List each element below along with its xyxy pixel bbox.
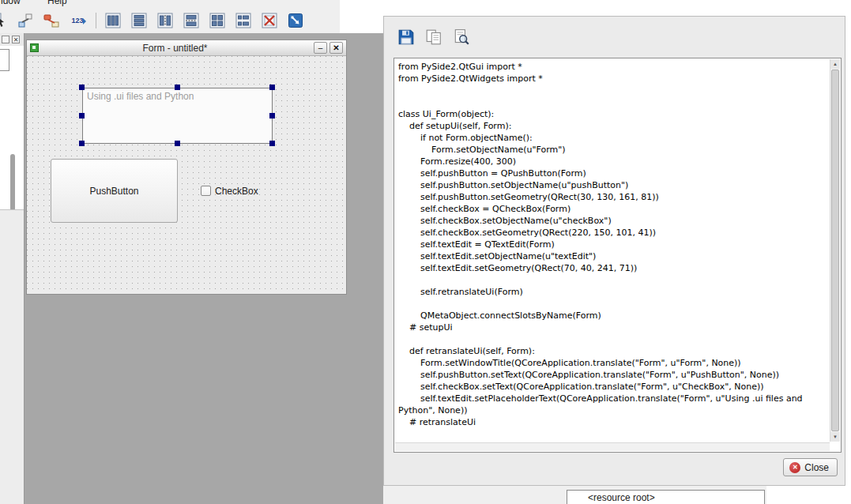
scroll-thumb[interactable] [831, 70, 839, 431]
layout-vertical-icon [130, 12, 148, 29]
menu-item-window[interactable]: Window [0, 0, 21, 6]
bottom-panel-fragment: <resource root> [383, 486, 851, 504]
textedit-widget[interactable]: Using .ui files and Python [82, 88, 273, 144]
form-minimize-button[interactable]: – [314, 42, 327, 54]
widget-filter-input[interactable] [0, 49, 9, 71]
pushbutton-widget[interactable]: PushButton [51, 159, 178, 223]
buddy-icon [43, 12, 60, 29]
resource-root-item[interactable]: <resource root> [588, 492, 655, 503]
widget-box-panel: ✕ [0, 33, 24, 504]
form-title: Form - untitled* [39, 43, 311, 54]
checkbox-label: CheckBox [215, 186, 258, 197]
layout-form-icon [235, 12, 252, 29]
widget-box-lower-area [0, 209, 24, 504]
find-button[interactable] [452, 28, 471, 47]
edit-tab-order-button[interactable]: 123 [68, 11, 87, 30]
edit-signals-slots-button[interactable] [16, 11, 35, 30]
menubar: Window Help [0, 0, 340, 7]
selection-handle-top-mid[interactable] [175, 85, 180, 90]
tab-order-icon: 123 [71, 17, 83, 24]
layout-grid-icon [209, 12, 226, 29]
layout-horizontal-splitter-button[interactable] [156, 11, 175, 30]
adjust-size-icon [287, 12, 304, 29]
code-text[interactable]: from PySide2.QtGui import * from PySide2… [398, 61, 827, 441]
save-button[interactable] [397, 28, 416, 47]
selection-handle-top-left[interactable] [79, 85, 85, 90]
form-canvas[interactable]: Using .ui files and Python PushButton Ch… [27, 56, 346, 294]
layout-form-button[interactable] [234, 11, 253, 30]
code-preview-dialog: from PySide2.QtGui import * from PySide2… [383, 16, 845, 486]
checkbox-indicator[interactable] [201, 186, 211, 196]
layout-vertical-splitter-button[interactable] [182, 11, 201, 30]
form-window-icon [30, 43, 39, 52]
dock-close-button[interactable]: ✕ [12, 36, 20, 43]
resource-tree-fragment[interactable]: <resource root> [567, 490, 765, 504]
layout-grid-button[interactable] [208, 11, 227, 30]
toolbar: 123 [0, 7, 340, 34]
layout-horizontal-icon [104, 12, 122, 29]
break-layout-icon [261, 12, 278, 29]
copy-icon [425, 28, 442, 46]
selection-handle-left-mid[interactable] [79, 113, 85, 118]
close-icon: ✕ [789, 462, 800, 473]
layout-vertical-button[interactable] [130, 11, 149, 30]
scroll-down-button[interactable]: ▼ [830, 432, 840, 442]
selection-handle-bottom-mid[interactable] [175, 141, 180, 146]
pointer-icon [0, 12, 8, 29]
copy-button[interactable] [424, 28, 443, 47]
close-button-label: Close [804, 462, 829, 473]
form-close-button[interactable]: ✕ [329, 42, 343, 54]
signal-slot-icon [17, 12, 34, 29]
find-icon [453, 28, 470, 46]
designer-screen: Window Help 123 [0, 0, 851, 504]
splitter-horizontal-icon [156, 12, 174, 29]
edit-buddies-button[interactable] [42, 11, 61, 30]
widget-box-dock-header: ✕ [0, 33, 24, 46]
edit-widgets-button[interactable] [0, 11, 9, 30]
selection-handle-bottom-right[interactable] [269, 141, 275, 146]
code-dialog-toolbar [397, 28, 471, 47]
adjust-size-button[interactable] [286, 11, 305, 30]
code-view[interactable]: from PySide2.QtGui import * from PySide2… [393, 58, 842, 453]
splitter-vertical-icon [183, 12, 200, 29]
selection-handle-top-right[interactable] [269, 85, 275, 90]
code-hscrollbar[interactable] [395, 442, 830, 451]
toolbar-separator [96, 13, 96, 28]
form-titlebar[interactable]: Form - untitled* – ✕ [27, 40, 346, 56]
break-layout-button[interactable] [260, 11, 279, 30]
form-window[interactable]: Form - untitled* – ✕ Using .ui files and… [26, 39, 347, 295]
close-button[interactable]: ✕ Close [783, 458, 838, 476]
widget-box-scrollbar[interactable] [10, 154, 15, 211]
bottom-white-area [766, 486, 851, 504]
textedit-placeholder: Using .ui files and Python [87, 91, 194, 102]
layout-horizontal-button[interactable] [104, 11, 122, 30]
scroll-up-button[interactable]: ▲ [830, 59, 840, 69]
selection-handle-right-mid[interactable] [269, 113, 275, 118]
checkbox-widget[interactable]: CheckBox [201, 175, 281, 207]
code-vscrollbar[interactable]: ▲ ▼ [830, 59, 840, 442]
dock-float-button[interactable] [2, 36, 9, 43]
menu-item-help[interactable]: Help [47, 0, 67, 6]
selection-handle-bottom-left[interactable] [79, 141, 85, 146]
save-icon [397, 28, 415, 46]
